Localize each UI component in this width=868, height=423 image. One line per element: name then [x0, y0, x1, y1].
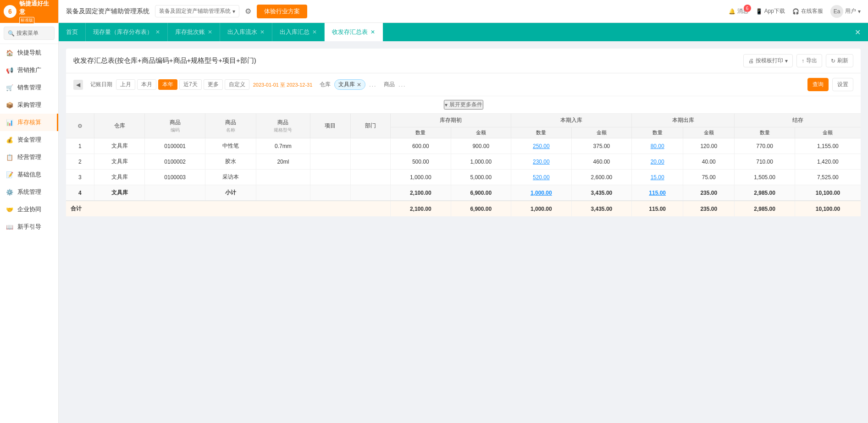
export-icon: ↑: [802, 58, 804, 64]
row-in-qty-link[interactable]: 250.00: [533, 143, 550, 149]
online-service-button[interactable]: 🎧 在线客服: [792, 7, 823, 15]
row-in-qty[interactable]: 250.00: [511, 138, 572, 154]
trial-button[interactable]: 体验行业方案: [257, 5, 307, 18]
tab-home[interactable]: 首页: [59, 23, 86, 41]
row-name: 中性笔: [205, 138, 256, 154]
export-button[interactable]: ↑ 导出: [796, 54, 822, 67]
message-button[interactable]: 🔔 消息 6: [729, 7, 748, 15]
row-out-qty-link[interactable]: 20.00: [651, 159, 664, 165]
row-spec: 20ml: [256, 154, 310, 170]
app-download-button[interactable]: 📱 App下载: [756, 7, 785, 15]
filter-settings-button[interactable]: 设置: [832, 78, 853, 91]
sidebar-item-quicknav[interactable]: 🏠 快捷导航: [0, 44, 58, 61]
page-actions: 🖨 按模板打印 ▾ ↑ 导出 ↻ 刷新: [743, 54, 853, 67]
sidebar: 6 畅捷通好生意 标准版 🔍 搜索菜单 🏠 快捷导航 📢 营销推广 🛒 销售管理…: [0, 0, 59, 423]
close-icon[interactable]: ✕: [155, 29, 160, 35]
tab-flow[interactable]: 出入库流水 ✕: [220, 23, 272, 41]
period-this-year[interactable]: 本年: [158, 79, 177, 90]
document-icon: 📝: [6, 170, 14, 179]
row-no: 4: [66, 185, 94, 201]
table-row: 3文具库0100003采访本1,000.005,000.00520.002,60…: [66, 170, 861, 185]
bell-icon: 🔔: [729, 8, 735, 15]
print-button[interactable]: 🖨 按模板打印 ▾: [743, 54, 793, 67]
sidebar-item-finance[interactable]: 💰 资金管理: [0, 131, 58, 148]
row-out-qty-link[interactable]: 115.00: [649, 190, 666, 196]
sidebar-item-marketing[interactable]: 📢 营销推广: [0, 61, 58, 79]
period-this-month[interactable]: 本月: [137, 79, 156, 90]
col-project-header: 项目: [310, 114, 350, 138]
period-more[interactable]: 更多: [204, 79, 223, 90]
period-custom[interactable]: 自定义: [225, 79, 249, 90]
close-icon[interactable]: ✕: [370, 29, 375, 35]
settings-icon[interactable]: ⚙: [245, 7, 251, 16]
megaphone-icon: 📢: [6, 66, 14, 74]
page-header: 收发存汇总表(按仓库+商品编码+商品+规格型号+项目+部门) 🖨 按模板打印 ▾…: [66, 49, 861, 73]
topbar: 装备及固定资产辅助管理系统 装备及固定资产辅助管理系统 ▾ ⚙ 体验行业方案 🔔…: [59, 0, 868, 23]
row-in-qty[interactable]: 1,000.00: [511, 185, 572, 201]
tab-batch[interactable]: 库存批次账 ✕: [168, 23, 220, 41]
row-out-qty[interactable]: 115.00: [632, 185, 683, 201]
sidebar-item-collab[interactable]: 🤝 企业协同: [0, 201, 58, 218]
sidebar-nav: 🏠 快捷导航 📢 营销推广 🛒 销售管理 📦 采购管理 📊 库存核算 💰 资金管…: [0, 44, 58, 423]
row-code: 0100001: [145, 138, 205, 154]
tab-summary-io[interactable]: 出入库汇总 ✕: [272, 23, 325, 41]
search-menu-button[interactable]: 🔍 搜索菜单: [4, 27, 55, 40]
row-project: [310, 138, 350, 154]
filter-bar: ◀ 记账日期 上月 本月 本年 近7天 更多 自定义 2023-01-01 至 …: [66, 73, 861, 96]
footer-balance-qty: 2,985.00: [735, 201, 795, 216]
sidebar-item-operations[interactable]: 📋 经营管理: [0, 148, 58, 166]
sidebar-item-purchase[interactable]: 📦 采购管理: [0, 96, 58, 114]
tab-stock[interactable]: 现存量（库存分布表） ✕: [86, 23, 168, 41]
user-button[interactable]: Ea 用户 ▾: [830, 5, 861, 18]
row-opening-amt: 1,000.00: [451, 154, 511, 170]
row-out-qty-link[interactable]: 15.00: [651, 174, 664, 181]
close-icon[interactable]: ✕: [260, 29, 265, 35]
row-project: [310, 185, 350, 201]
row-spec: 0.7mm: [256, 138, 310, 154]
row-out-qty-link[interactable]: 80.00: [651, 143, 664, 149]
warehouse-more-button[interactable]: ...: [369, 82, 376, 88]
date-filter-label: 记账日期: [90, 81, 112, 88]
close-all-tabs-button[interactable]: ✕: [847, 23, 868, 41]
expand-conditions-button[interactable]: ▾ 展开更多条件: [444, 100, 483, 110]
period-last-month[interactable]: 上月: [116, 79, 135, 90]
box-icon: 📦: [6, 101, 14, 109]
row-spec: [256, 185, 310, 201]
row-out-qty[interactable]: 15.00: [632, 170, 683, 185]
sidebar-item-sales[interactable]: 🛒 销售管理: [0, 79, 58, 96]
row-out-qty[interactable]: 80.00: [632, 138, 683, 154]
column-settings-icon[interactable]: ⚙: [77, 123, 83, 129]
row-in-qty[interactable]: 230.00: [511, 154, 572, 170]
row-in-qty-link[interactable]: 1,000.00: [531, 190, 552, 196]
row-in-qty-link[interactable]: 230.00: [533, 159, 550, 165]
period-7days[interactable]: 近7天: [179, 79, 202, 90]
row-out-qty[interactable]: 20.00: [632, 154, 683, 170]
sidebar-item-guide[interactable]: 📖 新手引导: [0, 218, 58, 236]
warehouse-filter-section: 仓库 文具库 ✕ ...: [320, 79, 376, 90]
chevron-down-icon: ▾: [785, 58, 788, 64]
close-icon[interactable]: ✕: [312, 29, 317, 35]
tab-summary-recv[interactable]: 收发存汇总表 ✕: [325, 23, 383, 41]
sidebar-item-basic[interactable]: 📝 基础信息: [0, 166, 58, 183]
remove-warehouse-tag-button[interactable]: ✕: [357, 82, 361, 88]
col-opening-amt-header: 金额: [451, 127, 511, 138]
filter-collapse-button[interactable]: ◀: [73, 80, 83, 90]
goods-more-button[interactable]: ...: [398, 82, 406, 88]
close-icon[interactable]: ✕: [208, 29, 212, 35]
headset-icon: 🎧: [792, 8, 799, 15]
sidebar-logo: 6 畅捷通好生意 标准版: [0, 0, 58, 23]
row-opening-qty: 1,000.00: [390, 170, 451, 185]
col-code-header: 商品编码: [145, 114, 205, 138]
row-dept: [350, 138, 390, 154]
footer-in-qty: 1,000.00: [511, 201, 572, 216]
row-in-qty-link[interactable]: 520.00: [533, 174, 550, 181]
system-dropdown[interactable]: 装备及固定资产辅助管理系统 ▾: [155, 5, 239, 17]
sidebar-item-system[interactable]: ⚙️ 系统管理: [0, 183, 58, 201]
query-button[interactable]: 查询: [807, 78, 829, 91]
refresh-button[interactable]: ↻ 刷新: [826, 54, 853, 67]
row-warehouse: 文具库: [94, 185, 145, 201]
sidebar-item-inventory[interactable]: 📊 库存核算: [0, 114, 58, 131]
row-name: 小计: [205, 185, 256, 201]
row-opening-qty: 2,100.00: [390, 185, 451, 201]
row-in-qty[interactable]: 520.00: [511, 170, 572, 185]
